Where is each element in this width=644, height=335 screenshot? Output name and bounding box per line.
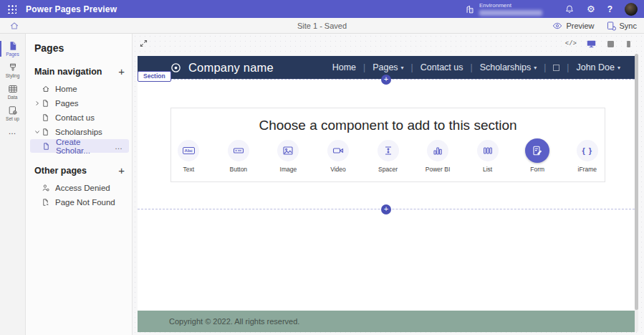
design-canvas: </> Company name Home — [133, 34, 644, 335]
button-component-icon — [228, 140, 249, 161]
site-nav: Home | Pages▾ | Contact us | Scholarship… — [332, 62, 620, 72]
sync-button[interactable]: Sync — [606, 21, 637, 31]
add-section-button-top[interactable]: + — [381, 75, 391, 85]
rail-item-pages[interactable]: Pages — [0, 38, 26, 60]
environment-label: Environment — [479, 2, 542, 9]
component-form[interactable]: Form — [520, 140, 555, 173]
site-footer[interactable]: Copyright © 2022. All rights reserved. — [138, 311, 635, 332]
home-icon — [42, 85, 51, 93]
component-button[interactable]: Button — [221, 140, 256, 173]
sidebar-item-page-not-found[interactable]: Page Not Found — [26, 195, 130, 209]
scrollbar-thumb[interactable] — [635, 54, 638, 310]
component-iframe[interactable]: { } iFrame — [569, 140, 605, 173]
form-component-icon — [525, 138, 549, 163]
sidebar-item-create-scholarship[interactable]: Create Scholar... … — [30, 139, 129, 153]
page-icon — [42, 128, 51, 136]
site-nav-home[interactable]: Home — [332, 62, 356, 72]
image-component-icon — [277, 140, 299, 161]
app-top-bar: Power Pages Preview Environment ⚙ ? — [0, 0, 644, 18]
sidebar-item-access-denied[interactable]: Access Denied — [26, 181, 130, 194]
device-preview-toolbar: </> — [565, 39, 633, 49]
chevron-down-icon[interactable] — [33, 129, 42, 135]
video-component-icon — [327, 140, 349, 161]
spacer-component-icon — [378, 140, 399, 161]
page-error-icon — [42, 198, 51, 207]
rail-label: Set up — [6, 116, 19, 121]
rail-item-data[interactable]: Data — [0, 81, 26, 103]
sidebar-title: Pages — [26, 34, 132, 54]
mobile-view-icon[interactable] — [625, 39, 633, 49]
sidebar-item-home[interactable]: Home — [26, 82, 130, 95]
notifications-bell-icon[interactable] — [564, 4, 575, 14]
caret-down-icon: ▾ — [401, 65, 404, 71]
sidebar-item-pages[interactable]: Pages — [26, 96, 130, 110]
data-table-icon — [8, 84, 18, 94]
app-title: Power Pages Preview — [26, 4, 117, 14]
site-nav-scholarships[interactable]: Scholarships▾ — [480, 62, 537, 72]
component-video[interactable]: Video — [321, 140, 356, 173]
settings-gear-icon[interactable]: ⚙ — [587, 4, 595, 14]
add-other-page-button[interactable]: + — [118, 165, 125, 176]
section-divider-bottom: + — [138, 209, 635, 209]
expand-canvas-icon[interactable] — [139, 39, 148, 48]
add-section-button-bottom[interactable]: + — [381, 204, 391, 214]
sidebar-item-label: Scholarships — [55, 128, 102, 136]
copyright-text: Copyright © 2022. All rights reserved. — [169, 317, 299, 326]
tablet-view-icon[interactable] — [606, 39, 615, 49]
company-name: Company name — [188, 61, 274, 75]
list-component-icon — [477, 140, 499, 161]
sidebar-item-label: Home — [55, 85, 77, 93]
company-logo-icon — [170, 62, 181, 73]
section-tag[interactable]: Section — [138, 71, 171, 82]
environment-picker[interactable]: Environment — [465, 2, 542, 16]
sync-label: Sync — [620, 22, 637, 30]
rail-label: Data — [8, 95, 18, 100]
sidebar-item-label: Access Denied — [55, 184, 110, 192]
site-nav-contact-us[interactable]: Contact us — [420, 62, 463, 72]
sidebar-item-contact-us[interactable]: Contact us — [26, 110, 130, 124]
preview-button[interactable]: Preview — [552, 21, 594, 31]
section-divider-top: + — [138, 79, 635, 80]
nav-separator: | — [471, 62, 473, 72]
setup-gear-icon — [8, 105, 18, 115]
page-icon — [42, 99, 51, 108]
code-editor-icon[interactable]: </> — [565, 40, 577, 47]
eye-icon — [552, 21, 562, 31]
more-options-icon[interactable]: … — [115, 142, 125, 151]
help-icon[interactable]: ? — [607, 4, 612, 14]
pages-sidebar: Pages Main navigation + Home Pages — [26, 34, 133, 335]
preview-label: Preview — [566, 22, 594, 30]
component-picker: Choose a component to add to this sectio… — [170, 108, 605, 182]
canvas-scrollbar[interactable] — [635, 54, 638, 332]
user-avatar[interactable] — [625, 3, 638, 16]
nav-separator: | — [411, 62, 413, 72]
chevron-right-icon[interactable] — [33, 100, 42, 106]
nav-placeholder-icon[interactable] — [553, 65, 559, 71]
caret-down-icon: ▾ — [534, 65, 537, 71]
person-blocked-icon — [42, 184, 51, 192]
page-icon — [42, 142, 51, 151]
rail-item-styling[interactable]: Styling — [0, 60, 26, 81]
rail-item-setup[interactable]: Set up — [0, 103, 26, 124]
component-spacer[interactable]: Spacer — [370, 140, 405, 173]
site-nav-user-menu[interactable]: John Doe▾ — [576, 62, 620, 72]
component-text[interactable]: Abc Text — [171, 140, 206, 173]
sidebar-item-scholarships[interactable]: Scholarships — [26, 125, 130, 138]
pages-icon — [8, 41, 18, 51]
home-nav-icon[interactable] — [9, 21, 19, 31]
sidebar-item-label: Page Not Found — [55, 198, 115, 207]
environment-icon — [465, 4, 475, 14]
environment-name-redacted — [479, 10, 542, 16]
desktop-view-icon[interactable] — [586, 39, 597, 49]
waffle-icon[interactable] — [7, 4, 16, 14]
rail-more-icon[interactable]: … — [9, 127, 17, 136]
other-pages-title: Other pages — [34, 166, 87, 176]
site-nav-pages[interactable]: Pages▾ — [373, 62, 403, 72]
component-image[interactable]: Image — [271, 140, 306, 173]
component-list[interactable]: List — [470, 140, 505, 173]
add-page-button[interactable]: + — [118, 66, 125, 77]
component-powerbi[interactable]: Power BI — [420, 140, 456, 173]
page-icon — [42, 113, 51, 122]
other-pages-header: Other pages + — [26, 165, 132, 176]
rail-label: Pages — [6, 52, 19, 57]
